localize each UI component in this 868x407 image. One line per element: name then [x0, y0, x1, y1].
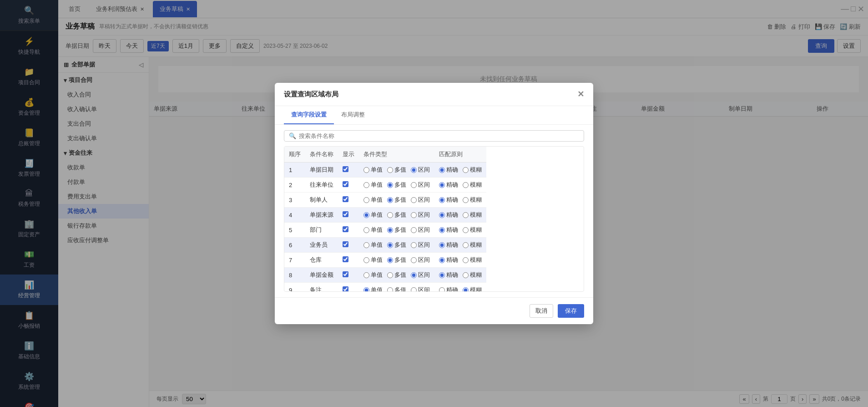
radio-multi[interactable]: 多值 — [387, 196, 406, 204]
cancel-button[interactable]: 取消 — [530, 304, 553, 318]
radio-single[interactable]: 单值 — [363, 211, 383, 219]
cell-match[interactable]: 精确 模糊 — [434, 223, 486, 238]
radio-multi-input[interactable] — [387, 287, 393, 292]
cell-match[interactable]: 精确 模糊 — [434, 208, 486, 223]
show-checkbox[interactable] — [343, 181, 348, 187]
radio-single-input[interactable] — [363, 287, 369, 292]
dialog-save-button[interactable]: 保存 — [558, 304, 584, 318]
radio-range[interactable]: 区间 — [411, 256, 430, 264]
radio-multi[interactable]: 多值 — [387, 241, 406, 249]
radio-multi-input[interactable] — [387, 182, 393, 188]
radio-single-input[interactable] — [363, 167, 369, 173]
radio-fuzzy[interactable]: 模糊 — [463, 196, 482, 204]
radio-exact-input[interactable] — [439, 212, 445, 218]
radio-multi-input[interactable] — [387, 242, 393, 248]
radio-fuzzy-input[interactable] — [463, 182, 469, 188]
show-checkbox[interactable] — [343, 256, 348, 262]
radio-exact[interactable]: 精确 — [439, 166, 458, 174]
cell-type[interactable]: 单值 多值 区间 — [359, 208, 434, 223]
radio-multi[interactable]: 多值 — [387, 181, 406, 189]
radio-fuzzy[interactable]: 模糊 — [463, 226, 482, 234]
show-checkbox[interactable] — [343, 166, 348, 172]
radio-fuzzy-input[interactable] — [463, 242, 469, 248]
radio-range-input[interactable] — [411, 242, 417, 248]
cell-show[interactable] — [338, 253, 359, 268]
cell-type[interactable]: 单值 多值 区间 — [359, 268, 434, 283]
cell-match[interactable]: 精确 模糊 — [434, 253, 486, 268]
radio-exact-input[interactable] — [439, 227, 445, 233]
cell-show[interactable] — [338, 238, 359, 253]
radio-single[interactable]: 单值 — [363, 166, 383, 174]
radio-multi[interactable]: 多值 — [387, 211, 406, 219]
radio-range-input[interactable] — [411, 272, 417, 278]
radio-exact-input[interactable] — [439, 182, 445, 188]
show-checkbox[interactable] — [343, 226, 348, 232]
radio-single-input[interactable] — [363, 227, 369, 233]
radio-exact[interactable]: 精确 — [439, 226, 458, 234]
radio-fuzzy[interactable]: 模糊 — [463, 181, 482, 189]
radio-fuzzy[interactable]: 模糊 — [463, 271, 482, 279]
cell-show[interactable] — [338, 208, 359, 223]
cell-match[interactable]: 精确 模糊 — [434, 268, 486, 283]
cell-show[interactable] — [338, 178, 359, 193]
radio-exact-input[interactable] — [439, 272, 445, 278]
radio-multi-input[interactable] — [387, 167, 393, 173]
radio-range[interactable]: 区间 — [411, 226, 430, 234]
cell-match[interactable]: 精确 模糊 — [434, 163, 486, 178]
radio-single[interactable]: 单值 — [363, 271, 383, 279]
radio-single-input[interactable] — [363, 257, 369, 263]
radio-multi[interactable]: 多值 — [387, 286, 406, 292]
radio-exact[interactable]: 精确 — [439, 196, 458, 204]
radio-fuzzy-input[interactable] — [463, 167, 469, 173]
radio-range[interactable]: 区间 — [411, 166, 430, 174]
radio-single[interactable]: 单值 — [363, 286, 383, 292]
show-checkbox[interactable] — [343, 271, 348, 277]
radio-multi-input[interactable] — [387, 197, 393, 203]
radio-multi-input[interactable] — [387, 212, 393, 218]
radio-single[interactable]: 单值 — [363, 181, 383, 189]
cell-match[interactable]: 精确 模糊 — [434, 283, 486, 292]
radio-range[interactable]: 区间 — [411, 211, 430, 219]
radio-exact-input[interactable] — [439, 167, 445, 173]
radio-range[interactable]: 区间 — [411, 181, 430, 189]
radio-exact[interactable]: 精确 — [439, 181, 458, 189]
radio-range-input[interactable] — [411, 287, 417, 292]
radio-exact-input[interactable] — [439, 242, 445, 248]
radio-fuzzy-input[interactable] — [463, 272, 469, 278]
show-checkbox[interactable] — [343, 211, 348, 217]
radio-range-input[interactable] — [411, 167, 417, 173]
radio-range[interactable]: 区间 — [411, 286, 430, 292]
cell-show[interactable] — [338, 223, 359, 238]
cell-type[interactable]: 单值 多值 区间 — [359, 178, 434, 193]
radio-single-input[interactable] — [363, 272, 369, 278]
cell-show[interactable] — [338, 268, 359, 283]
radio-fuzzy[interactable]: 模糊 — [463, 166, 482, 174]
cell-type[interactable]: 单值 多值 区间 — [359, 223, 434, 238]
radio-multi-input[interactable] — [387, 227, 393, 233]
radio-single-input[interactable] — [363, 212, 369, 218]
radio-single-input[interactable] — [363, 242, 369, 248]
show-checkbox[interactable] — [343, 286, 348, 292]
cell-match[interactable]: 精确 模糊 — [434, 193, 486, 208]
radio-multi[interactable]: 多值 — [387, 256, 406, 264]
cell-match[interactable]: 精确 模糊 — [434, 238, 486, 253]
cell-show[interactable] — [338, 193, 359, 208]
condition-search-input[interactable] — [299, 132, 579, 139]
radio-range-input[interactable] — [411, 197, 417, 203]
radio-fuzzy-input[interactable] — [463, 212, 469, 218]
radio-multi[interactable]: 多值 — [387, 226, 406, 234]
radio-range-input[interactable] — [411, 227, 417, 233]
radio-single[interactable]: 单值 — [363, 226, 383, 234]
radio-fuzzy[interactable]: 模糊 — [463, 241, 482, 249]
radio-fuzzy-input[interactable] — [463, 197, 469, 203]
radio-range-input[interactable] — [411, 212, 417, 218]
cell-show[interactable] — [338, 283, 359, 292]
cell-type[interactable]: 单值 多值 区间 — [359, 253, 434, 268]
radio-range[interactable]: 区间 — [411, 196, 430, 204]
radio-fuzzy-input[interactable] — [463, 257, 469, 263]
radio-multi[interactable]: 多值 — [387, 271, 406, 279]
radio-exact-input[interactable] — [439, 287, 445, 292]
radio-multi-input[interactable] — [387, 272, 393, 278]
radio-range[interactable]: 区间 — [411, 241, 430, 249]
radio-single[interactable]: 单值 — [363, 256, 383, 264]
